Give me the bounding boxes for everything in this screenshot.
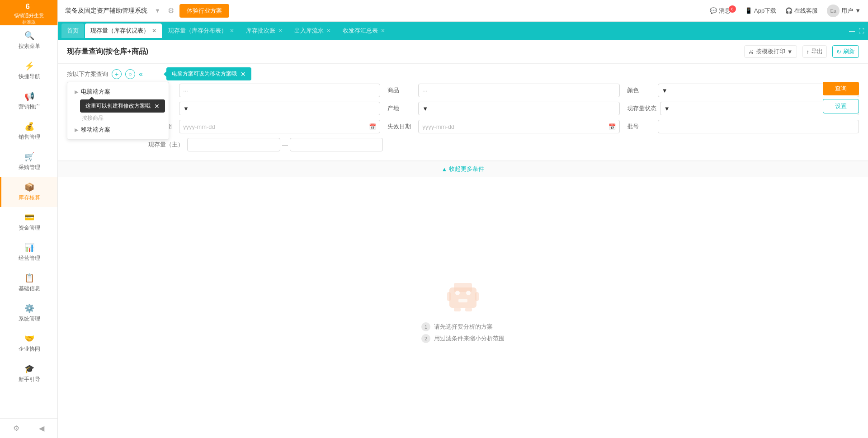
qty-max-input[interactable]	[290, 138, 383, 151]
avatar-text: Ea	[830, 8, 836, 14]
filter-area: 按以下方案查询 + ○ « 电脑方案可设为移动方案哦 ✕ ▶ 电脑端方案	[58, 64, 868, 161]
print-button[interactable]: 🖨 按模板打印 ▼	[744, 45, 797, 58]
tab-home-label: 首页	[67, 27, 79, 35]
tab-close-icon[interactable]: ✕	[152, 28, 156, 34]
sidebar-item-purchase[interactable]: 🛒 采购管理	[0, 146, 57, 177]
origin-select[interactable]: ▼	[418, 102, 619, 115]
sidebar-item-label: 新手引导	[19, 376, 40, 383]
tab-close-icon[interactable]: ✕	[381, 28, 385, 34]
step-text-1: 请先选择要分析的方案	[434, 323, 493, 331]
online-support-action[interactable]: 🎧 在线客服	[785, 7, 818, 15]
page-header: 现存量查询(按仓库+商品) 🖨 按模板打印 ▼ ↑ 导出 ↻ 刷新	[58, 40, 868, 64]
tab-minimize-icon[interactable]: —	[849, 28, 855, 34]
trial-button[interactable]: 体验行业方案	[179, 4, 229, 18]
svg-rect-7	[447, 292, 451, 301]
filter-field-produce-date: 生产日期 yyyy-mm-dd 📅	[148, 120, 380, 133]
filter-fields-wrapper: 仓库 ··· 商品 ··· 颜色 ▼	[148, 84, 859, 151]
sidebar-item-label: 搜索菜单	[19, 42, 40, 50]
system-title: 装备及固定资产辅助管理系统	[65, 7, 147, 15]
expire-date-placeholder: yyyy-mm-dd	[422, 123, 454, 130]
message-action[interactable]: 💬 消息 6	[710, 7, 736, 15]
sidebar-item-search[interactable]: 🔍 搜索菜单	[0, 25, 57, 56]
sidebar-item-label: 资金管理	[19, 224, 40, 232]
tab-home[interactable]: 首页	[61, 24, 84, 38]
tab-expand-icon[interactable]: ⛶	[859, 28, 864, 34]
search-btn-group: 查询 设置	[823, 82, 859, 113]
message-icon: 💬	[710, 7, 717, 14]
app-download-action[interactable]: 📱 App下载	[745, 7, 776, 15]
filter-field-origin: 产地 ▼	[387, 102, 619, 115]
sidebar-item-guide[interactable]: 🎓 新手引导	[0, 358, 57, 389]
tab-flow[interactable]: 出入库流水 ✕	[289, 24, 336, 38]
collapse-sidebar-btn[interactable]: ◀	[39, 424, 44, 433]
purchase-icon: 🛒	[24, 152, 34, 162]
svg-point-5	[466, 291, 471, 295]
sales-icon: 💰	[24, 122, 34, 132]
qty-min-input[interactable]	[187, 138, 280, 151]
search-icon: 🔍	[24, 31, 34, 41]
title-arrow-icon: ▼	[155, 7, 160, 14]
sidebar-item-label: 库存核算	[19, 194, 40, 202]
qty-range: —	[187, 138, 383, 151]
phone-icon: 📱	[745, 7, 752, 14]
tab-batch[interactable]: 库存批次账 ✕	[241, 24, 288, 38]
add-scheme-button[interactable]: +	[112, 69, 122, 79]
user-action[interactable]: Ea 用户 ▼	[827, 5, 861, 17]
sidebar-item-finance[interactable]: 💳 资金管理	[0, 207, 57, 237]
main-content: 装备及固定资产辅助管理系统 ▼ ⚙ 体验行业方案 💬 消息 6 📱 App下载 …	[58, 0, 868, 438]
collapse-button[interactable]: ▲ 收起更多条件	[58, 161, 868, 177]
online-support-label: 在线客服	[794, 7, 818, 15]
status-label: 现存量状态	[627, 104, 656, 113]
edit-scheme-button[interactable]: ○	[125, 69, 135, 79]
warehouse-select[interactable]: ···	[179, 84, 380, 97]
origin-label: 产地	[387, 104, 415, 113]
tab-close-icon[interactable]: ✕	[326, 28, 331, 34]
warehouse-dots: ···	[183, 87, 188, 94]
tooltip2-close-icon[interactable]: ✕	[154, 103, 160, 110]
batch-input[interactable]	[658, 120, 859, 133]
reset-button[interactable]: 设置	[823, 99, 859, 113]
batch-label: 批号	[627, 122, 654, 131]
tooltip-text: 电脑方案可设为移动方案哦	[172, 70, 237, 78]
scheme-pc-item[interactable]: ▶ 电脑端方案	[71, 86, 165, 98]
sidebar-item-label: 基础信息	[19, 285, 40, 292]
sidebar-item-nav[interactable]: ⚡ 快捷导航	[0, 56, 57, 86]
search-button[interactable]: 查询	[823, 82, 859, 95]
sidebar-item-collab[interactable]: 🤝 企业协同	[0, 328, 57, 358]
sidebar-item-sales[interactable]: 💰 销售管理	[0, 116, 57, 146]
back-scheme-button[interactable]: «	[139, 70, 143, 78]
tab-label: 收发存汇总表	[343, 27, 378, 35]
product-select[interactable]: ···	[418, 84, 619, 97]
filter-field-expire-date: 失效日期 yyyy-mm-dd 📅	[387, 120, 619, 133]
sidebar-item-label: 经营管理	[19, 254, 40, 262]
gear-button[interactable]: ⚙	[168, 6, 174, 15]
page-title: 现存量查询(按仓库+商品)	[67, 47, 148, 57]
export-icon: ↑	[807, 48, 810, 55]
sidebar-item-system[interactable]: ⚙️ 系统管理	[0, 298, 57, 328]
settings-footer-btn[interactable]: ⚙	[13, 424, 19, 433]
scheme-label-item[interactable]: 按接商品	[71, 113, 165, 124]
collapse-label: 收起更多条件	[449, 165, 484, 173]
scheme-pc-label: 电脑端方案	[81, 88, 110, 96]
sidebar-item-management[interactable]: 📊 经营管理	[0, 237, 57, 268]
export-button[interactable]: ↑ 导出	[802, 45, 827, 58]
tooltip-close-icon[interactable]: ✕	[241, 71, 246, 78]
expire-date-input[interactable]: yyyy-mm-dd 📅	[418, 120, 619, 133]
tab-label: 库存批次账	[246, 27, 275, 35]
empty-step-2: 2 用过滤条件来缩小分析范围	[421, 334, 505, 343]
sidebar-item-basic[interactable]: 📋 基础信息	[0, 268, 57, 298]
tab-inventory-status[interactable]: 现存量（库存状况表） ✕	[85, 24, 162, 38]
tooltip2-text: 这里可以创建和修改方案哦	[85, 102, 151, 110]
produce-date-input[interactable]: yyyy-mm-dd 📅	[179, 120, 380, 133]
scheme-mobile-item[interactable]: ▶ 移动端方案	[71, 124, 165, 136]
tab-summary[interactable]: 收发存汇总表 ✕	[337, 24, 391, 38]
tab-inventory-dist[interactable]: 现存量（库存分布表） ✕	[163, 24, 240, 38]
size-select[interactable]: ▼	[179, 102, 380, 115]
refresh-button[interactable]: ↻ 刷新	[832, 45, 859, 58]
color-label: 颜色	[627, 86, 654, 94]
svg-rect-3	[454, 283, 472, 292]
tab-close-icon[interactable]: ✕	[230, 28, 234, 34]
tab-close-icon[interactable]: ✕	[278, 28, 283, 34]
sidebar-item-marketing[interactable]: 📢 营销推广	[0, 86, 57, 116]
sidebar-item-inventory[interactable]: 📦 库存核算	[0, 177, 57, 207]
